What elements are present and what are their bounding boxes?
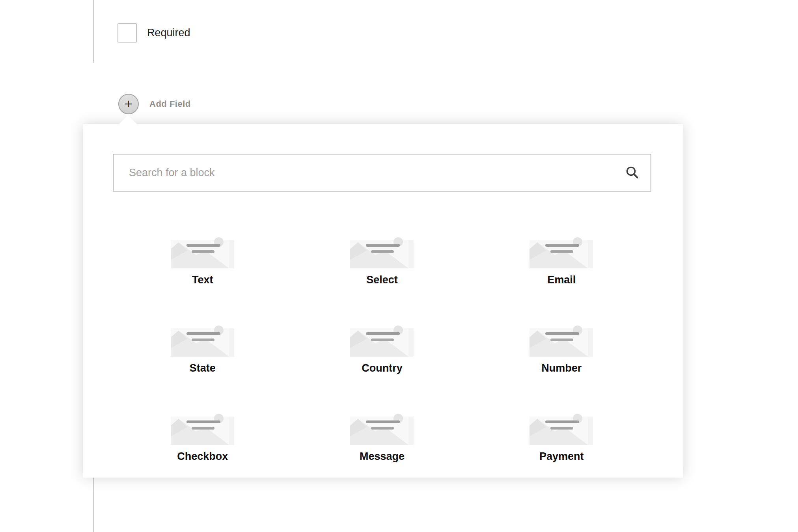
block-label: Checkbox — [177, 450, 228, 463]
image-placeholder-icon — [171, 325, 235, 357]
search-icon[interactable] — [625, 166, 640, 180]
image-placeholder-icon — [171, 413, 235, 445]
block-item-select[interactable]: Select — [292, 237, 472, 325]
block-label: Payment — [539, 450, 584, 463]
required-checkbox[interactable] — [117, 23, 137, 43]
block-label: Number — [541, 362, 582, 374]
block-item-message[interactable]: Message — [292, 413, 472, 502]
block-label: Message — [360, 450, 405, 463]
block-label: Country — [362, 362, 403, 374]
block-label: Select — [366, 274, 398, 286]
block-item-payment[interactable]: Payment — [472, 413, 651, 502]
search-input[interactable] — [113, 154, 651, 192]
plus-icon[interactable]: + — [118, 94, 139, 114]
image-placeholder-icon — [171, 237, 235, 268]
add-field-button[interactable]: + Add Field — [118, 94, 191, 114]
image-placeholder-icon — [350, 237, 414, 268]
block-item-email[interactable]: Email — [472, 237, 651, 325]
block-item-number[interactable]: Number — [472, 325, 651, 413]
block-item-text[interactable]: Text — [113, 237, 292, 325]
block-label: State — [190, 362, 216, 374]
image-placeholder-icon — [530, 413, 593, 445]
image-placeholder-icon — [350, 413, 414, 445]
add-field-popover: Text Select — [83, 124, 683, 478]
search-box — [113, 154, 651, 192]
form-left-border-top — [93, 0, 94, 63]
image-placeholder-icon — [530, 325, 593, 357]
block-label: Text — [192, 274, 213, 286]
popover-arrow — [119, 115, 137, 134]
required-label: Required — [147, 27, 190, 39]
block-label: Email — [547, 274, 576, 286]
image-placeholder-icon — [530, 237, 593, 268]
required-row: Required — [117, 23, 190, 43]
block-item-country[interactable]: Country — [292, 325, 472, 413]
block-item-state[interactable]: State — [113, 325, 292, 413]
block-item-checkbox[interactable]: Checkbox — [113, 413, 292, 502]
page-canvas: Required + Add Field — [0, 0, 798, 532]
image-placeholder-icon — [350, 325, 414, 357]
form-left-border-bottom — [93, 478, 94, 532]
add-field-label: Add Field — [149, 99, 191, 109]
block-grid: Text Select — [113, 237, 651, 502]
